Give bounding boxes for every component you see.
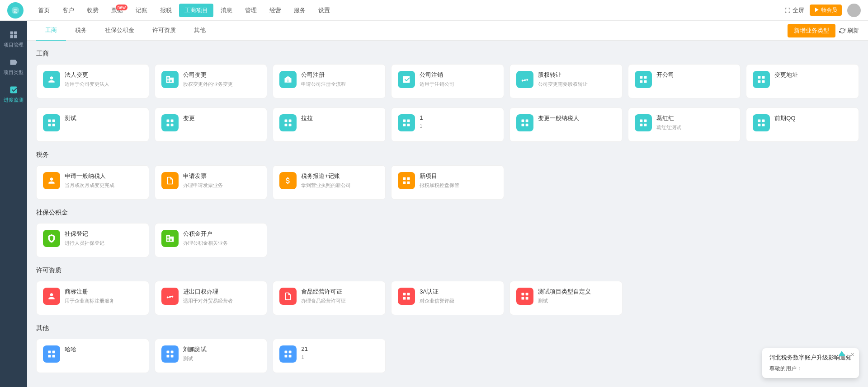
notification-text: 尊敬的用户： bbox=[769, 364, 852, 373]
card-company-change[interactable]: 公司变更 股权变更外的业务变更 bbox=[155, 64, 268, 98]
refresh-button[interactable]: 刷新 bbox=[839, 27, 859, 35]
card-import-export[interactable]: 进出口权办理 适用于对外贸易经营者 bbox=[155, 281, 268, 315]
svg-rect-40 bbox=[762, 124, 765, 126]
card-open-company[interactable]: 开公司 bbox=[628, 64, 741, 98]
card-liupeng-test[interactable]: 刘鹏测试 测试 bbox=[155, 339, 268, 373]
card-new-project[interactable]: 新项目 报税加税控盘保管 bbox=[391, 165, 504, 200]
svg-rect-37 bbox=[758, 120, 761, 122]
card-company-cancel[interactable]: 公司注销 适用于注销公司 bbox=[391, 64, 504, 98]
card-info-import-export: 进出口权办理 适用于对外贸易经营者 bbox=[183, 288, 261, 304]
new-type-button[interactable]: 新增业务类型 bbox=[788, 24, 835, 37]
tab-other[interactable]: 其他 bbox=[185, 21, 215, 41]
nav-billing[interactable]: 收费 bbox=[81, 4, 104, 17]
nav-industry[interactable]: 工商项目 bbox=[179, 4, 213, 17]
svg-rect-6 bbox=[644, 76, 646, 79]
nav-tax[interactable]: 报税 bbox=[155, 4, 177, 17]
card-twenty-one[interactable]: 21 1 bbox=[273, 339, 386, 373]
card-title-guhonghong: 葛红红 bbox=[656, 114, 734, 122]
card-lala[interactable]: 拉拉 bbox=[273, 107, 386, 142]
svg-rect-42 bbox=[407, 177, 410, 180]
card-icon-twenty-one bbox=[279, 345, 297, 363]
svg-rect-2 bbox=[14, 32, 17, 35]
card-apply-taxpayer[interactable]: 申请一般纳税人 当月或次月成变更完成 bbox=[36, 165, 149, 200]
card-haha[interactable]: 哈哈 bbox=[36, 339, 149, 373]
card-change-taxpayer[interactable]: 变更一般纳税人 bbox=[509, 107, 623, 142]
nav-home[interactable]: 首页 bbox=[33, 4, 55, 17]
card-icon-haha bbox=[43, 345, 60, 363]
card-info-lala: 拉拉 bbox=[301, 114, 379, 124]
tabs-actions: 新增业务类型 刷新 bbox=[788, 24, 859, 37]
card-apply-invoice[interactable]: 申请发票 办理申请发票业务 bbox=[155, 165, 268, 200]
svg-rect-38 bbox=[762, 120, 765, 122]
card-title-open-company: 开公司 bbox=[656, 71, 734, 79]
svg-rect-51 bbox=[521, 297, 524, 300]
tab-industry[interactable]: 工商 bbox=[36, 21, 66, 41]
nav-settings[interactable]: 设置 bbox=[313, 4, 335, 17]
card-social-register[interactable]: 社保登记 进行人员社保登记 bbox=[36, 223, 149, 257]
notification-close-button[interactable]: × bbox=[851, 351, 854, 358]
svg-rect-46 bbox=[407, 293, 410, 296]
user-avatar[interactable] bbox=[847, 4, 861, 17]
card-change[interactable]: 变更 bbox=[155, 107, 268, 142]
vip-button[interactable]: ▶ 畅会员 bbox=[810, 5, 842, 16]
card-title-change: 变更 bbox=[183, 114, 261, 122]
card-test-type[interactable]: 测试项目类型自定义 测试 bbox=[509, 281, 623, 315]
card-title-test-type: 测试项目类型自定义 bbox=[538, 288, 616, 296]
vip-label: 畅会员 bbox=[821, 7, 837, 13]
nav-operation[interactable]: 经营 bbox=[264, 4, 287, 17]
card-front-qq[interactable]: 前期QQ bbox=[746, 107, 859, 142]
sidebar-item-project-type[interactable]: 项目类型 bbox=[0, 53, 27, 80]
card-trademark[interactable]: 商标注册 用于企业商标注册服务 bbox=[36, 281, 149, 315]
card-change-address[interactable]: 变更地址 bbox=[746, 64, 859, 98]
nav-customer[interactable]: 客户 bbox=[57, 4, 80, 17]
tab-social-fund[interactable]: 社保公积金 bbox=[96, 21, 143, 41]
section-title-social: 社保公积金 bbox=[36, 209, 859, 217]
sidebar-label-project-type: 项目类型 bbox=[4, 69, 24, 76]
tab-license[interactable]: 许可资质 bbox=[143, 21, 185, 41]
card-guhonghong[interactable]: 葛红红 葛红红测试 bbox=[628, 107, 741, 142]
nav-accounting[interactable]: 记账 bbox=[130, 4, 153, 17]
card-title-apply-invoice: 申请发票 bbox=[183, 172, 261, 180]
fullscreen-btn[interactable]: 全屏 bbox=[784, 6, 804, 14]
card-title-fund-open: 公积金开户 bbox=[183, 230, 261, 238]
tabs-bar: 工商 税务 社保公积金 许可资质 其他 新增业务类型 刷新 bbox=[27, 21, 868, 41]
card-title-new-project: 新项目 bbox=[420, 172, 497, 180]
svg-rect-56 bbox=[52, 355, 55, 358]
card-one[interactable]: 1 1 bbox=[391, 107, 504, 142]
card-desc-one: 1 bbox=[420, 123, 497, 130]
svg-rect-47 bbox=[403, 297, 406, 300]
svg-rect-10 bbox=[762, 76, 765, 79]
card-title-3a-cert: 3A认证 bbox=[420, 288, 497, 296]
card-company-register[interactable]: 公司注册 申请公司注册全流程 bbox=[273, 64, 386, 98]
nav-manage[interactable]: 管理 bbox=[240, 4, 262, 17]
cards-grid-industry: 法人变更 适用于公司变更法人 公司变更 股权变更外的业务变更 bbox=[36, 64, 859, 98]
card-3a-cert[interactable]: 3A认证 对企业信誉评级 bbox=[391, 281, 504, 315]
sidebar-item-project-manage[interactable]: 项目管理 bbox=[0, 25, 27, 53]
card-desc-company-register: 申请公司注册全流程 bbox=[301, 81, 379, 88]
card-title-trademark: 商标注册 bbox=[65, 288, 142, 296]
app-logo[interactable]: 云 bbox=[7, 2, 24, 19]
cards-grid-other: 哈哈 刘鹏测试 测试 bbox=[36, 339, 859, 373]
card-fund-open[interactable]: 公积金开户 办理公积金相关业务 bbox=[155, 223, 268, 257]
tab-tax[interactable]: 税务 bbox=[66, 21, 96, 41]
svg-rect-35 bbox=[640, 124, 642, 126]
sidebar-item-progress-monitor[interactable]: 进度监测 bbox=[0, 80, 27, 108]
card-food-license[interactable]: 食品经营许可证 办理食品经营许可证 bbox=[273, 281, 386, 315]
card-icon-change bbox=[161, 114, 179, 131]
card-icon-test-type bbox=[516, 288, 533, 305]
nav-tickets[interactable]: 票据 new bbox=[106, 4, 128, 17]
card-info-apply-invoice: 申请发票 办理申请发票业务 bbox=[183, 172, 261, 189]
section-title-tax: 税务 bbox=[36, 151, 859, 159]
nav-service[interactable]: 服务 bbox=[288, 4, 311, 17]
card-info-twenty-one: 21 1 bbox=[301, 345, 379, 361]
nav-message[interactable]: 消息 bbox=[215, 4, 238, 17]
card-test[interactable]: 测试 bbox=[36, 107, 149, 142]
card-desc-social-register: 进行人员社保登记 bbox=[65, 240, 142, 247]
card-icon-trademark bbox=[43, 288, 60, 305]
card-tax-report[interactable]: 税务报道+记账 拿到营业执照的新公司 bbox=[273, 165, 386, 200]
card-icon-change-taxpayer bbox=[516, 114, 533, 131]
card-title-legal-change: 法人变更 bbox=[65, 71, 142, 79]
card-legal-change[interactable]: 法人变更 适用于公司变更法人 bbox=[36, 64, 149, 98]
card-title-haha: 哈哈 bbox=[65, 345, 142, 354]
card-equity-transfer[interactable]: 股权转让 公司变更需要股权转让 bbox=[509, 64, 623, 98]
